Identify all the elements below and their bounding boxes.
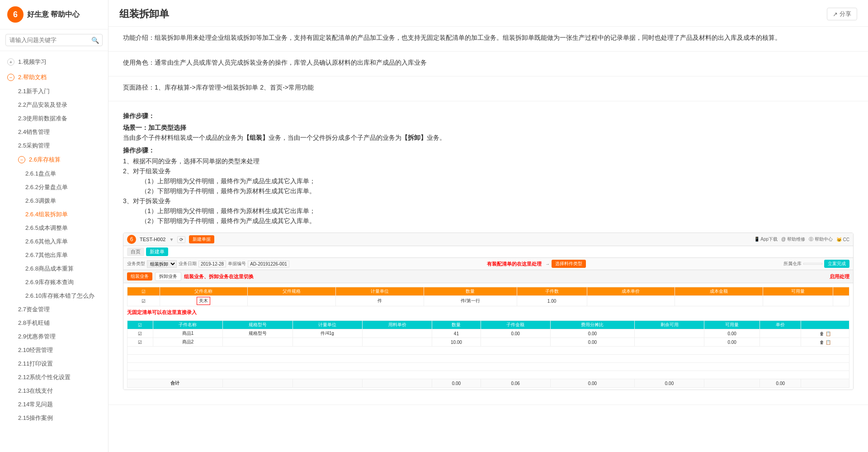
ss-sub-toolbar-left: 组装业务 拆卸业务 组装业务、拆卸业务在这里切换 xyxy=(127,272,254,281)
scene1-desc: 当由多个子件材料组装成一个成品的业务为【组装】业务，当由一个父件拆分成多个子产品… xyxy=(123,134,854,142)
ss-type-select[interactable]: 组装拆卸 xyxy=(147,260,177,268)
sidebar-item-faq[interactable]: 2.14常见问题 xyxy=(0,398,108,411)
ss-confirm-btn[interactable]: 立案完成 xyxy=(824,260,849,268)
sidebar-item-stocktake[interactable]: 2.6.1盘点单 xyxy=(0,167,108,181)
ss-cth-remain: 剩余可用 xyxy=(634,321,704,329)
intro-section: 功能介绍：组装拆卸单用来处理企业组装或拆卸等加工业务，支持有固定装配清单的产品加… xyxy=(108,27,868,52)
scene1-title: 场景一：加工类型选择 xyxy=(123,124,854,132)
sidebar-item-purchase[interactable]: 2.5采购管理 xyxy=(0,139,108,152)
main-content: 组装拆卸单 ↗ 分享 功能介绍：组装拆卸单用来处理企业组装或拆卸等加工业务，支持… xyxy=(108,0,868,452)
ss-dropdown: ▼ xyxy=(169,237,174,242)
sidebar-item-coupon[interactable]: 2.9优惠券管理 xyxy=(0,330,108,343)
sidebar-item-install[interactable]: 2.2产品安装及登录 xyxy=(0,98,108,112)
step3: 3、对于拆装业务 xyxy=(123,197,854,205)
logo-icon: 6 xyxy=(7,6,24,23)
ss-ctd-act-1: 🗑 📋 xyxy=(801,329,849,338)
sidebar-item-payment[interactable]: 2.13在线支付 xyxy=(0,384,108,398)
ss-footer-act xyxy=(801,379,849,388)
intro-desc: 功能介绍：组装拆卸单用来处理企业组装或拆卸等加工业务，支持有固定装配清单的产品加… xyxy=(123,34,854,42)
ss-right-icons: 📱 App下载 @ 帮助维修 ⓪ 帮助中心 🐱 CC xyxy=(754,236,849,243)
ss-td-check: ☑ xyxy=(127,296,160,306)
sidebar-item-data-prep[interactable]: 2.3使用前数据准备 xyxy=(0,112,108,125)
sidebar-item-transfer[interactable]: 2.6.3调拨单 xyxy=(0,194,108,208)
sidebar-item-print[interactable]: 2.11打印设置 xyxy=(0,357,108,371)
share-button[interactable]: ↗ 分享 xyxy=(827,8,857,20)
ss-ctd-uprice-1 xyxy=(362,329,432,338)
ss-ctd-name-2: 商品2 xyxy=(153,338,222,347)
step3-1: （1）上部明细为父件明细，最终作为原材料生成其它出库单； xyxy=(123,207,854,215)
ss-ctd-check-2: ☑ xyxy=(127,338,153,347)
ss-tab-new[interactable]: 新建单 xyxy=(146,247,168,256)
ss-select-bom[interactable]: 选择料件类型 xyxy=(552,260,586,268)
sidebar-item-assembly[interactable]: 2.6.4组装拆卸单 xyxy=(0,208,108,221)
main-header: 组装拆卸单 ↗ 分享 xyxy=(108,0,868,27)
minus-icon: − xyxy=(7,74,14,81)
sidebar-item-ledger-error[interactable]: 2.6.10库存账本错了怎么办 xyxy=(0,289,108,303)
step3-2: （2）下部明细为子件明细，最终作为产成品生成其它入库单。 xyxy=(123,217,854,225)
sidebar-item-cost-adjust[interactable]: 2.6.5成本调整单 xyxy=(0,221,108,235)
sidebar-item-ledger-query[interactable]: 2.6.9库存账本查询 xyxy=(0,276,108,289)
table-row xyxy=(127,347,849,355)
ss-toolbar: 业务类型 组装拆卸 业务日期 2019-12-28 单据编号 AD-201912… xyxy=(123,258,853,270)
ss-cth-check: ☑ xyxy=(127,321,153,329)
ss-annot-a3: 组装业务、拆卸业务在这里切换 xyxy=(184,273,254,280)
ss-ctd-qty-1: 41 xyxy=(432,329,481,338)
ss-ctd-unit-1: 件/41g xyxy=(292,329,362,338)
sidebar-item-other-in[interactable]: 2.6.6其他入库单 xyxy=(0,235,108,248)
ss-logo: 6 xyxy=(127,235,136,244)
ss-child-table-wrap: ☑ 子件名称 规格型号 计量单位 用料单价 数量 子件金额 费用分摊比 剩余可用 xyxy=(123,317,853,390)
ss-icon-app: 📱 App下载 xyxy=(754,236,778,243)
ss-ctd-avail-2: 0.00 xyxy=(704,338,760,347)
sidebar-item-sales[interactable]: 2.4销售管理 xyxy=(0,125,108,139)
ss-newtab[interactable]: 新建单据 xyxy=(189,235,214,243)
table-row xyxy=(127,363,849,371)
sidebar-item-other-out[interactable]: 2.6.7其他出库单 xyxy=(0,248,108,262)
sidebar-item-mobile[interactable]: 2.8手机旺铺 xyxy=(0,316,108,330)
sidebar-item-docs[interactable]: − 2.帮助文档 xyxy=(0,70,108,85)
ss-th-cost-unit: 成本单价 xyxy=(587,287,675,296)
ss-date-value: 2019-12-28 xyxy=(198,261,226,267)
nav-section-docs: − 2.帮助文档 2.1新手入门 2.2产品安装及登录 2.3使用前数据准备 2… xyxy=(0,70,108,425)
main-body: 功能介绍：组装拆卸单用来处理企业组装或拆卸等加工业务，支持有固定装配清单的产品加… xyxy=(108,27,868,452)
sidebar-item-ops[interactable]: 2.10经营管理 xyxy=(0,343,108,357)
ss-toolbar-date: 业务日期 2019-12-28 xyxy=(179,261,226,267)
ss-cth-unit: 计量单位 xyxy=(292,321,362,329)
sidebar-item-cost-recalc[interactable]: 2.6.8商品成本重算 xyxy=(0,262,108,276)
sidebar-item-portion-stocktake[interactable]: 2.6.2分量盘点单 xyxy=(0,181,108,194)
path-section: 页面路径：1、库存核算->库存管理->组装拆卸单 2、首页->常用功能 xyxy=(108,76,868,101)
sidebar-item-finance[interactable]: 2.7资金管理 xyxy=(0,303,108,316)
search-box: 🔍 xyxy=(0,29,108,51)
search-input[interactable] xyxy=(5,34,103,46)
ss-disassembly-type-btn[interactable]: 拆卸业务 xyxy=(155,272,181,281)
sidebar-item-label: 2.6库存核算 xyxy=(29,156,61,164)
ss-footer-qty: 0.00 xyxy=(432,379,481,388)
search-wrap: 🔍 xyxy=(5,34,103,46)
ops-section: 操作步骤： 场景一：加工类型选择 当由多个子件材料组装成一个成品的业务为【组装】… xyxy=(108,101,868,405)
ss-tabbar: 自页 新建单 xyxy=(123,246,853,258)
ss-footer-empty1 xyxy=(223,379,292,388)
sidebar-item-cases[interactable]: 2.15操作案例 xyxy=(0,411,108,425)
sidebar-item-label: 1.视频学习 xyxy=(18,58,47,66)
ss-th-sub-qty: 子件数 xyxy=(517,287,587,296)
ss-ctd-name-1: 商品1 xyxy=(153,329,222,338)
sidebar-item-inventory[interactable]: − 2.6库存核算 xyxy=(0,152,108,167)
sidebar-item-video[interactable]: + 1.视频学习 xyxy=(0,55,108,69)
ss-td-avail xyxy=(763,296,833,306)
nav-section-video: + 1.视频学习 xyxy=(0,55,108,69)
ss-tab-home[interactable]: 自页 xyxy=(127,247,144,256)
sidebar-item-custom[interactable]: 2.12系统个性化设置 xyxy=(0,371,108,384)
ss-bill-label: 单据编号 xyxy=(228,261,246,267)
ss-th-unit: 计量单位 xyxy=(336,287,424,296)
ss-th-check: ☑ xyxy=(127,287,160,296)
ss-assembly-type-btn[interactable]: 组装业务 xyxy=(127,272,152,281)
ss-ctd-amt-1: 0.00 xyxy=(481,329,550,338)
sidebar-item-newcomer[interactable]: 2.1新手入门 xyxy=(0,85,108,98)
role-desc: 使用角色：通常由生产人员或库管人员完成拆装业务的操作，库管人员确认原材料的出库和… xyxy=(123,59,854,67)
minus-icon-inventory: − xyxy=(18,156,25,163)
ss-td-unit: 件 xyxy=(336,296,424,306)
search-icon: 🔍 xyxy=(91,37,99,44)
ss-field-parent-name[interactable]: 关木 xyxy=(197,297,210,305)
ss-ctd-remain-1 xyxy=(634,329,704,338)
screenshot: 6 TEST-H002 ▼ ⟳ 新建单据 📱 App下载 @ 帮助维修 ⓪ 帮助… xyxy=(123,233,853,390)
sidebar: 6 好生意 帮助中心 🔍 + 1.视频学习 − 2.帮助文档 2.1新手入门 2… xyxy=(0,0,108,452)
